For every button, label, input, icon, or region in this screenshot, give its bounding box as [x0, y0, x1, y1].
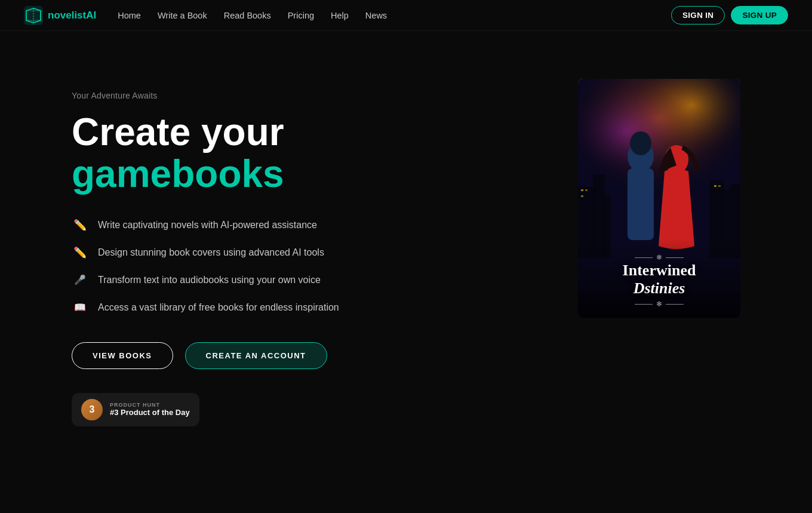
title-decoration-top: ❄ [588, 253, 731, 262]
feature-text-1: Write captivating novels with AI-powered… [98, 220, 317, 231]
microphone-icon: 🎤 [72, 272, 88, 288]
nav-item-write-a-book[interactable]: Write a Book [158, 11, 207, 20]
view-books-button[interactable]: VIEW BOOKS [72, 342, 173, 369]
ph-label-bottom: #3 Product of the Day [110, 408, 190, 417]
book-cover: ❄ Interwined Dstinies ❄ [578, 79, 740, 318]
feature-item-audio: 🎤 Transform text into audiobooks using y… [72, 272, 430, 288]
logo[interactable]: novelistAI [24, 6, 96, 25]
signin-button[interactable]: SIGN IN [671, 6, 725, 24]
nav-item-help[interactable]: Help [331, 11, 349, 20]
book-icon: 📖 [72, 299, 88, 316]
svg-rect-19 [718, 185, 721, 187]
svg-rect-18 [714, 185, 716, 187]
nav-item-pricing[interactable]: Pricing [288, 11, 314, 20]
nav-item-read-books[interactable]: Read Books [224, 11, 271, 20]
pencil-icon-1: ✏️ [72, 217, 88, 234]
feature-list: ✏️ Write captivating novels with AI-powe… [72, 217, 430, 316]
navbar: novelistAI Home Write a Book Read Books … [0, 0, 812, 31]
svg-rect-15 [581, 189, 583, 191]
nav-item-news[interactable]: News [365, 11, 387, 20]
ph-medal: 3 [81, 399, 103, 420]
nav-right: SIGN IN SIGN UP [671, 6, 788, 24]
hero-title-prefix: Create your [72, 110, 284, 153]
nav-item-home[interactable]: Home [118, 11, 141, 20]
logo-text: novelistAI [48, 10, 96, 21]
signup-button[interactable]: SIGN UP [731, 6, 788, 24]
svg-point-22 [630, 131, 651, 155]
ph-text-block: PRODUCT HUNT #3 Product of the Day [110, 402, 190, 417]
hero-title: Create your gamebooks [72, 111, 430, 195]
svg-rect-16 [585, 189, 588, 191]
hero-left: Your Adventure Awaits Create your gamebo… [72, 79, 430, 426]
nav-left: novelistAI Home Write a Book Read Books … [24, 6, 387, 25]
ph-label-top: PRODUCT HUNT [110, 402, 190, 408]
svg-rect-21 [628, 168, 654, 240]
feature-text-4: Access a vast library of free books for … [98, 302, 339, 313]
deco-snowflake-icon: ❄ [656, 253, 662, 262]
feature-text-3: Transform text into audiobooks using you… [98, 275, 321, 285]
nav-links: Home Write a Book Read Books Pricing Hel… [118, 10, 387, 21]
cta-button-group: VIEW BOOKS CREATE AN ACCOUNT [72, 342, 430, 369]
hero-subtitle: Your Adventure Awaits [72, 91, 430, 100]
title-decoration-bottom: ❄ [588, 300, 731, 308]
book-title-overlay: ❄ Interwined Dstinies ❄ [578, 239, 740, 318]
logo-icon [24, 6, 43, 25]
svg-rect-17 [581, 195, 583, 197]
book-title: Interwined Dstinies [588, 262, 731, 297]
feature-text-2: Design stunning book covers using advanc… [98, 247, 324, 258]
feature-item-novel: ✏️ Write captivating novels with AI-powe… [72, 217, 430, 234]
deco-snowflake-icon-bottom: ❄ [656, 300, 662, 308]
hero-title-accent: gamebooks [72, 152, 284, 195]
feature-item-library: 📖 Access a vast library of free books fo… [72, 299, 430, 316]
product-hunt-badge[interactable]: 3 PRODUCT HUNT #3 Product of the Day [72, 393, 199, 426]
hero-right: ❄ Interwined Dstinies ❄ [578, 79, 740, 318]
feature-item-cover: ✏️ Design stunning book covers using adv… [72, 244, 430, 261]
pencil-icon-2: ✏️ [72, 244, 88, 261]
book-cover-art: ❄ Interwined Dstinies ❄ [578, 79, 740, 318]
create-account-button[interactable]: CREATE AN ACCOUNT [185, 342, 327, 369]
hero-section: Your Adventure Awaits Create your gamebo… [0, 31, 812, 462]
